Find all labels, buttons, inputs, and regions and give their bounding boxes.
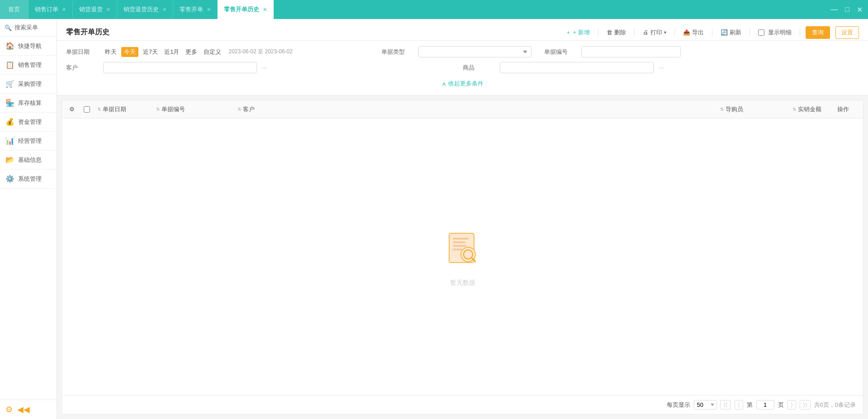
th-guide[interactable]: ⇅ 导购员 <box>716 105 771 113</box>
filter-customer-section: 客户 ··· <box>66 62 463 73</box>
sidebar-item-finance-mgmt[interactable]: 💰 资金管理 <box>0 113 57 132</box>
tab-retail-open-close[interactable]: ✕ <box>207 7 211 13</box>
refresh-button[interactable]: 🔄 刷新 <box>718 27 744 38</box>
display-detail-button[interactable]: 显示明细 <box>755 27 794 38</box>
date-today[interactable]: 今天 <box>121 47 138 57</box>
tab-sales-order[interactable]: 销售订单 ✕ <box>28 0 73 19</box>
inventory-icon: 🏪 <box>5 99 14 107</box>
type-select[interactable] <box>418 46 531 57</box>
page-next-button[interactable]: ⟩ <box>787 400 796 410</box>
system-icon: ⚙️ <box>5 174 14 183</box>
filter-num-section: 单据编号 <box>544 46 859 57</box>
sidebar-item-quick-nav-label: 快捷导航 <box>18 42 42 50</box>
settings-button[interactable]: 设置 <box>835 26 859 39</box>
tab-sales-order-close[interactable]: ✕ <box>62 7 66 13</box>
table-header: ⚙ ⇅ 单据日期 ⇅ 单据编号 ⇅ 客户 ⇅ <box>62 100 863 118</box>
page-title: 零售开单历史 <box>66 28 109 37</box>
collapse-button[interactable]: ∧ 收起更多条件 <box>442 78 484 89</box>
tab-sales-order-label: 销售订单 <box>35 5 58 14</box>
finance-icon: 💰 <box>5 118 14 126</box>
tab-sales-return[interactable]: 销货退货 ✕ <box>73 0 117 19</box>
minimize-button[interactable]: — <box>829 4 840 15</box>
goods-input[interactable] <box>500 62 654 73</box>
sidebar-item-inventory[interactable]: 🏪 库存核算 <box>0 94 57 113</box>
th-customer[interactable]: ⇅ 客户 <box>234 105 716 113</box>
add-button[interactable]: ＋ + 新增 <box>563 27 593 38</box>
select-all-checkbox[interactable] <box>84 106 90 113</box>
customer-input[interactable] <box>103 62 257 73</box>
num-input[interactable] <box>581 46 681 57</box>
tab-retail-open-history[interactable]: 零售开单历史 ✕ <box>218 0 274 19</box>
sales-icon: 📋 <box>5 61 14 69</box>
delete-icon: 🗑 <box>607 29 612 36</box>
toolbar: ＋ + 新增 🗑 删除 🖨 打印 ▾ 📤 导出 <box>563 26 859 39</box>
close-button[interactable]: ✕ <box>855 4 864 16</box>
date-yesterday[interactable]: 昨天 <box>103 47 119 57</box>
svg-rect-2 <box>453 241 465 243</box>
page-first-button[interactable]: ⟨⟨ <box>720 400 731 410</box>
maximize-button[interactable]: □ <box>843 4 851 15</box>
filter-type-section: 单据类型 <box>381 46 544 57</box>
customer-label: 客户 <box>66 64 98 72</box>
sidebar-item-purchase-mgmt-label: 采购管理 <box>18 80 42 88</box>
filter-goods-section: 商品 ··· <box>463 62 859 73</box>
purchase-icon: 🛒 <box>5 80 14 88</box>
date-7days[interactable]: 近7天 <box>141 47 160 57</box>
th-date[interactable]: ⇅ 单据日期 <box>94 105 152 113</box>
page-label-suffix: 页 <box>778 401 784 409</box>
sidebar-search[interactable]: 🔍 搜索采单 <box>0 19 57 37</box>
sidebar-item-sales-mgmt[interactable]: 📋 销售管理 <box>0 56 57 75</box>
collapse-sidebar-button[interactable]: ◀◀ <box>17 405 30 414</box>
goods-ellipsis: ··· <box>659 64 664 71</box>
tab-home-label: 首页 <box>8 5 20 14</box>
page-size-label: 每页显示 <box>667 401 690 409</box>
sidebar: 🔍 搜索采单 🏠 快捷导航 📋 销售管理 🛒 采购管理 🏪 库存核算 💰 资金管… <box>0 19 57 419</box>
collapse-label: 收起更多条件 <box>448 80 484 88</box>
th-settings[interactable]: ⚙ <box>64 106 80 113</box>
th-num[interactable]: ⇅ 单据编号 <box>152 105 234 113</box>
sort-num-icon: ⇅ <box>156 107 160 112</box>
empty-text: 暂无数据 <box>450 279 475 287</box>
tab-home[interactable]: 首页 <box>0 0 28 19</box>
sidebar-item-system-mgmt[interactable]: ⚙️ 系统管理 <box>0 169 57 188</box>
page-last-button[interactable]: ⟩⟩ <box>800 400 811 410</box>
sort-customer-icon: ⇅ <box>237 107 241 112</box>
filter-date-section: 单据日期 昨天 今天 近7天 近1月 更多 自定义 2023-06-02 至 2… <box>66 47 381 57</box>
page-label-prefix: 第 <box>747 401 753 409</box>
type-label: 单据类型 <box>381 48 413 56</box>
sidebar-item-operations-mgmt[interactable]: 📊 经营管理 <box>0 132 57 151</box>
tab-sales-return-history-close[interactable]: ✕ <box>162 7 166 13</box>
tab-sales-return-close[interactable]: ✕ <box>106 7 110 13</box>
th-amount[interactable]: ⇅ 实销金额 <box>771 105 825 113</box>
date-more[interactable]: 更多 <box>184 47 199 57</box>
tab-retail-open-history-close[interactable]: ✕ <box>263 7 267 13</box>
date-custom[interactable]: 自定义 <box>202 47 223 57</box>
page-input[interactable] <box>756 400 774 410</box>
page-prev-button[interactable]: ⟨ <box>735 400 743 410</box>
page-size-select[interactable]: 50 100 200 <box>694 400 716 410</box>
th-check[interactable] <box>80 106 94 113</box>
settings-bottom-button[interactable]: ⚙ <box>5 405 13 414</box>
sidebar-item-basic-info[interactable]: 📂 基础信息 <box>0 151 57 169</box>
svg-rect-1 <box>453 238 469 240</box>
print-button[interactable]: 🖨 打印 ▾ <box>640 27 669 38</box>
sidebar-item-quick-nav[interactable]: 🏠 快捷导航 <box>0 37 57 56</box>
tab-retail-open-label: 零售开单 <box>180 5 203 14</box>
sidebar-item-basic-info-label: 基础信息 <box>18 156 42 164</box>
sidebar-item-purchase-mgmt[interactable]: 🛒 采购管理 <box>0 75 57 94</box>
delete-label: 删除 <box>614 28 626 37</box>
delete-button[interactable]: 🗑 删除 <box>604 27 629 38</box>
export-button[interactable]: 📤 导出 <box>680 27 707 38</box>
export-label: 导出 <box>692 28 704 37</box>
tab-sales-return-history[interactable]: 销货退货历史 ✕ <box>117 0 173 19</box>
th-ops-label: 操作 <box>837 105 849 113</box>
tab-retail-open-history-label: 零售开单历史 <box>224 5 259 14</box>
query-button[interactable]: 查询 <box>806 26 830 39</box>
empty-illustration <box>440 226 485 272</box>
collapse-chevron-icon: ∧ <box>442 80 446 87</box>
filter-date-options: 昨天 今天 近7天 近1月 更多 自定义 2023-06-02 至 2023-0… <box>103 47 293 57</box>
search-icon: 🔍 <box>5 24 12 31</box>
display-detail-checkbox[interactable] <box>758 29 764 36</box>
tab-retail-open[interactable]: 零售开单 ✕ <box>173 0 218 19</box>
date-1month[interactable]: 近1月 <box>162 47 181 57</box>
